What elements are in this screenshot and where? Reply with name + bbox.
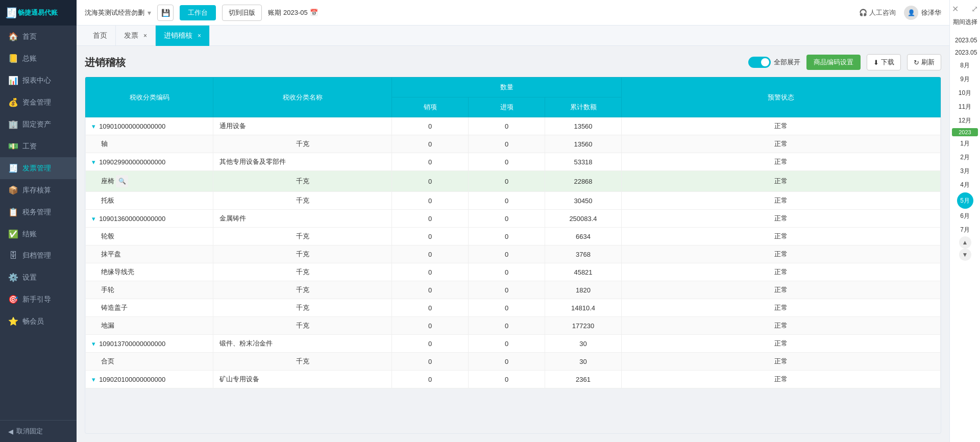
capital-icon: 💰 [8, 97, 18, 107]
item-status-cell: 正常 [622, 228, 941, 245]
table-row: 绝缘导线壳 千克 0 0 45821 正常 [86, 263, 941, 281]
sidebar-item-settings[interactable]: ⚙️ 设置 [0, 266, 77, 288]
expand-icon[interactable]: ▾ [92, 376, 95, 383]
tab-home-label: 首页 [93, 31, 107, 40]
period-item[interactable]: 12月 [952, 114, 978, 127]
sidebar-item-capital[interactable]: 💰 资金管理 [0, 91, 77, 113]
period-item[interactable]: 5月 [957, 192, 973, 209]
tab-reconcile[interactable]: 进销稽核 × [156, 26, 210, 46]
item-purchases-cell: 0 [469, 192, 545, 210]
period-item[interactable]: 8月 [952, 59, 978, 72]
scroll-up-button[interactable]: ▲ [959, 236, 971, 249]
item-purchases-cell: 0 [469, 245, 545, 263]
item-total-cell: 177230 [545, 317, 622, 335]
close-panel-button[interactable]: ✕ [952, 4, 959, 14]
tax-code-cell: ▾ 109010000000000000 [86, 117, 213, 135]
period-selector-title: 期间选择 [953, 18, 977, 27]
total-cell: 30 [545, 335, 622, 353]
period-item[interactable]: 7月 [952, 224, 978, 236]
item-total-cell: 6634 [545, 228, 622, 245]
sidebar-item-invoice[interactable]: 🧾 发票管理 [0, 157, 77, 179]
sidebar-item-home[interactable]: 🏠 首页 [0, 26, 77, 47]
tax-icon: 📋 [8, 207, 18, 217]
expand-panel-button[interactable]: ⤢ [971, 4, 978, 16]
item-name-cell: 地漏 [86, 317, 213, 335]
workbench-button[interactable]: 工作台 [180, 5, 216, 20]
item-unit-cell: 千克 [213, 299, 392, 317]
sidebar-item-label: 库存核算 [22, 186, 51, 195]
save-button[interactable]: 💾 [157, 5, 174, 21]
period-item[interactable]: 2月 [952, 151, 978, 164]
unpin-label: 取消固定 [16, 427, 43, 436]
tab-home[interactable]: 首页 [85, 26, 116, 46]
sidebar-item-reports[interactable]: 📊 报表中心 [0, 69, 77, 91]
col-header-tax-code: 税收分类编码 [86, 78, 213, 117]
period-item[interactable]: 6月 [952, 210, 978, 223]
search-icon[interactable]: 🔍 [116, 175, 128, 187]
support-button[interactable]: 🎧 人工咨询 [859, 8, 896, 17]
sidebar-item-settlement[interactable]: ✅ 结账 [0, 223, 77, 245]
item-purchases-cell: 0 [469, 228, 545, 245]
item-sales-cell: 0 [392, 263, 469, 281]
item-total-cell: 30450 [545, 192, 622, 210]
download-button[interactable]: ⬇ 下载 [867, 54, 901, 70]
invoice-icon: 🧾 [8, 163, 18, 173]
period-item[interactable]: 2023 [952, 128, 978, 136]
col-header-purchases: 进项 [469, 97, 545, 117]
expand-icon[interactable]: ▾ [92, 215, 95, 223]
salary-icon: 💵 [8, 141, 18, 151]
reconcile-table: 税收分类编码 税收分类名称 数量 预警状态 销项 进项 累计数额 ▾ 1090 [85, 77, 941, 388]
tax-name-cell: 锻件、粉末冶金件 [213, 335, 392, 353]
sidebar-item-tax[interactable]: 📋 税务管理 [0, 201, 77, 223]
tax-code-value: 109013700000000000 [99, 340, 165, 348]
table-row: ▾ 109020100000000000 矿山专用设备 0 0 2361 正常 [86, 371, 941, 388]
sidebar-item-fixed[interactable]: 🏢 固定资产 [0, 113, 77, 135]
item-total-cell: 1820 [545, 281, 622, 299]
refresh-button[interactable]: ↻ 刷新 [907, 54, 941, 70]
purchases-cell: 0 [469, 371, 545, 388]
toggle-all-switch[interactable] [748, 57, 771, 68]
table-row: 轴 千克 0 0 13560 正常 [86, 135, 941, 153]
tab-reconcile-close[interactable]: × [198, 32, 201, 39]
period-item[interactable]: 1月 [952, 137, 978, 150]
sales-cell: 0 [392, 153, 469, 171]
company-name: 沈海英测试经营勿删 [85, 8, 144, 17]
sidebar-item-salary[interactable]: 💵 工资 [0, 135, 77, 157]
product-code-button[interactable]: 商品编码设置 [806, 55, 861, 70]
right-panel: ✕ ⤢ 期间选择 2023.052023.058月9月10月11月12月2023… [949, 0, 980, 442]
company-selector[interactable]: 沈海英测试经营勿删 ▾ [85, 8, 151, 17]
expand-icon[interactable]: ▾ [92, 122, 95, 130]
sidebar-footer[interactable]: ◀ 取消固定 [0, 420, 77, 442]
switch-version-button[interactable]: 切到旧版 [222, 5, 262, 21]
period-item[interactable]: 2023.05 [952, 35, 978, 46]
sidebar-item-ledger[interactable]: 📒 总账 [0, 47, 77, 69]
data-table-container: 税收分类编码 税收分类名称 数量 预警状态 销项 进项 累计数额 ▾ 1090 [85, 77, 941, 434]
period-item[interactable]: 2023.05 [952, 47, 978, 58]
sidebar-item-member[interactable]: ⭐ 畅会员 [0, 310, 77, 332]
sidebar-item-label: 报表中心 [22, 76, 51, 85]
expand-icon[interactable]: ▾ [92, 158, 95, 166]
tab-invoice-close[interactable]: × [143, 32, 147, 39]
period-item[interactable]: 9月 [952, 73, 978, 86]
period-item[interactable]: 10月 [952, 87, 978, 100]
scroll-down-button[interactable]: ▼ [959, 249, 971, 261]
sidebar-item-label: 设置 [22, 273, 37, 282]
user-info[interactable]: 👤 徐泽华 [904, 6, 941, 20]
col-header-total: 累计数额 [545, 97, 622, 117]
period-item[interactable]: 4月 [952, 179, 978, 191]
inventory-icon: 📦 [8, 185, 18, 195]
item-sales-cell: 0 [392, 135, 469, 153]
calendar-icon[interactable]: 📅 [310, 9, 318, 16]
tax-name-cell: 通用设备 [213, 117, 392, 135]
tab-invoice[interactable]: 发票 × [116, 26, 156, 46]
period-text-label: 账期 [268, 8, 281, 17]
period-item[interactable]: 11月 [952, 101, 978, 113]
sidebar-nav: 🏠 首页 📒 总账 📊 报表中心 💰 资金管理 🏢 固定资产 💵 工资 🧾 发票… [0, 26, 77, 420]
sidebar-item-guide[interactable]: 🎯 新手引导 [0, 288, 77, 310]
sidebar-item-label: 新手引导 [22, 295, 51, 304]
sidebar-item-inventory[interactable]: 📦 库存核算 [0, 179, 77, 201]
expand-icon[interactable]: ▾ [92, 340, 95, 348]
item-name-cell: 合页 [86, 353, 213, 371]
sidebar-item-archive[interactable]: 🗄 归档管理 [0, 245, 77, 266]
period-item[interactable]: 3月 [952, 165, 978, 178]
